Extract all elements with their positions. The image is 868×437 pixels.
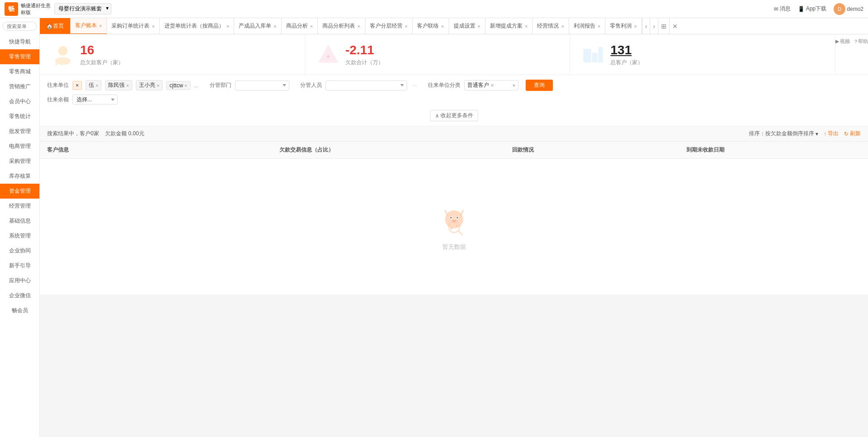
collapse-btn[interactable]: ∧ 收起更多条件 bbox=[430, 110, 478, 121]
filter-tag-2: 陈民强 × bbox=[105, 80, 132, 90]
tab-retail-profit[interactable]: 零售利润 × bbox=[605, 18, 642, 34]
tab-close-promotion-settings[interactable]: × bbox=[478, 24, 480, 29]
tab-inbound-stats[interactable]: 进货单统计表（按商品） × bbox=[160, 18, 234, 34]
collapse-row: ∧ 收起更多条件 bbox=[47, 108, 861, 123]
refresh-btn[interactable]: ↻ 刷新 bbox=[844, 130, 861, 138]
tab-customer-ledger[interactable]: 客户账本 × bbox=[71, 18, 107, 34]
logo-text: 畅捷通好生意 标版 bbox=[21, 2, 51, 15]
sidebar-item-batch-mgmt[interactable]: 批发管理 bbox=[0, 124, 39, 139]
sidebar-item-system-mgmt[interactable]: 系统管理 bbox=[0, 228, 39, 243]
stat-info-customers: 16 总欠款客户（家） bbox=[80, 43, 124, 66]
filter-tag-1-close[interactable]: × bbox=[96, 83, 98, 88]
message-btn[interactable]: ✉ 消息 bbox=[774, 5, 791, 13]
search-input[interactable] bbox=[3, 22, 37, 31]
filter-tag-4-close[interactable]: × bbox=[184, 83, 187, 88]
sidebar-item-app-center[interactable]: 应用中心 bbox=[0, 273, 39, 288]
sidebar-search-area bbox=[0, 18, 39, 34]
tab-promotion-settings[interactable]: 提成设置 × bbox=[449, 18, 485, 34]
sidebar-item-retail-mgmt[interactable]: 零售管理 bbox=[0, 49, 39, 64]
tab-customer-segment[interactable]: 客户分层经营 × bbox=[365, 18, 412, 34]
stat-value-arrears: -2.11 bbox=[345, 43, 384, 58]
content-area: 🏠 首页 客户账本 × 采购订单统计表 × 进货单统计表（按商品） × 产成品入… bbox=[40, 18, 868, 437]
query-button[interactable]: 查询 bbox=[526, 80, 553, 91]
tab-profit-report[interactable]: 利润报告 × bbox=[569, 18, 605, 34]
tab-home[interactable]: 🏠 首页 bbox=[40, 18, 71, 34]
sidebar-item-basic-info[interactable]: 基础信息 bbox=[0, 214, 39, 228]
video-btn[interactable]: ▶ 视频 bbox=[835, 38, 850, 45]
col-header-arrears-info: 欠款交易信息（占比） bbox=[279, 146, 512, 154]
tab-close-business-status[interactable]: × bbox=[561, 24, 564, 29]
tab-product-analysis[interactable]: 商品分析 × bbox=[282, 18, 318, 34]
unit-cat-close[interactable]: × bbox=[491, 82, 494, 89]
tab-close-customer-segment[interactable]: × bbox=[405, 24, 408, 29]
avatar: D bbox=[834, 3, 845, 15]
stat-icon-arrears: ✦ bbox=[317, 43, 340, 66]
filter-select-department[interactable] bbox=[235, 81, 289, 90]
tab-close-retail-profit[interactable]: × bbox=[634, 24, 637, 29]
tab-production-inbound[interactable]: 产成品入库单 × bbox=[234, 18, 281, 34]
sidebar-item-retail-stats[interactable]: 零售统计 bbox=[0, 109, 39, 124]
tab-nav-right[interactable]: › bbox=[650, 18, 658, 34]
tab-close-production-inbound[interactable]: × bbox=[273, 24, 276, 29]
tab-close-customer-connect[interactable]: × bbox=[441, 24, 444, 29]
sidebar-item-quick-nav[interactable]: 快捷导航 bbox=[0, 34, 39, 49]
table-section: 客户信息 欠款交易信息（占比） 回款情况 到期未收款日期 bbox=[40, 142, 868, 294]
tab-purchase-order-stats[interactable]: 采购订单统计表 × bbox=[107, 18, 159, 34]
filter-more-btn[interactable]: ... bbox=[194, 82, 199, 89]
filter-tag-all: × bbox=[72, 81, 82, 90]
main-layout: 快捷导航 零售管理 零售商城 营销推广 会员中心 零售统计 批发管理 电商管理 … bbox=[0, 18, 868, 437]
sidebar-item-inventory[interactable]: 库存核算 bbox=[0, 169, 39, 184]
tab-close-product-analysis-list[interactable]: × bbox=[357, 24, 360, 29]
tab-add-promotion[interactable]: 新增提成方案 × bbox=[485, 18, 532, 34]
tab-close-product-analysis[interactable]: × bbox=[310, 24, 313, 29]
sidebar-item-capital-mgmt[interactable]: 资金管理 bbox=[0, 184, 39, 199]
tab-product-analysis-list[interactable]: 商品分析列表 × bbox=[318, 18, 365, 34]
tab-close-customer-ledger[interactable]: × bbox=[99, 23, 102, 28]
tab-close-add-promotion[interactable]: × bbox=[525, 24, 528, 29]
filter-tag-2-close[interactable]: × bbox=[126, 83, 129, 88]
col-header-customer-info: 客户信息 bbox=[47, 146, 279, 154]
col-header-repayment: 回款情况 bbox=[512, 146, 686, 154]
svg-rect-6 bbox=[592, 52, 598, 62]
filter-select-balance[interactable]: 选择... bbox=[72, 95, 118, 104]
help-btn[interactable]: ? 帮助 bbox=[854, 38, 868, 45]
unit-cat-dropdown-icon: ▾ bbox=[513, 82, 515, 89]
sidebar-item-new-guide[interactable]: 新手引导 bbox=[0, 258, 39, 273]
filter-select-manager[interactable] bbox=[326, 81, 407, 90]
sidebar-item-enterprise-coop[interactable]: 企业协同 bbox=[0, 243, 39, 258]
tab-nav-left[interactable]: ‹ bbox=[642, 18, 650, 34]
tab-close-profit-report[interactable]: × bbox=[598, 24, 600, 29]
stats-section: ¥ 16 总欠款客户（家） ✦ bbox=[40, 34, 868, 75]
svg-text:¥: ¥ bbox=[55, 62, 58, 66]
tab-customer-connect[interactable]: 客户联络 × bbox=[412, 18, 449, 34]
svg-point-12 bbox=[456, 217, 458, 218]
col-header-due-date: 到期未收款日期 bbox=[686, 146, 861, 154]
sidebar-item-retail-mall[interactable]: 零售商城 bbox=[0, 64, 39, 79]
sidebar-item-ecommerce[interactable]: 电商管理 bbox=[0, 139, 39, 154]
account-dropdown[interactable]: 母婴行业演示账套 bbox=[54, 3, 111, 14]
tab-bar: 🏠 首页 客户账本 × 采购订单统计表 × 进货单统计表（按商品） × 产成品入… bbox=[40, 18, 868, 34]
svg-rect-7 bbox=[599, 47, 603, 62]
refresh-icon: ↻ bbox=[844, 131, 849, 137]
sidebar-item-operations[interactable]: 经营管理 bbox=[0, 199, 39, 214]
sidebar-item-member-center[interactable]: 会员中心 bbox=[0, 94, 39, 109]
filter-unit-category-field[interactable]: 普通客户 × ▾ bbox=[464, 80, 518, 90]
sort-btn[interactable]: 排序：按欠款金额倒序排序 ▾ bbox=[749, 130, 818, 138]
tab-close-inbound-stats[interactable]: × bbox=[226, 24, 229, 29]
tab-close-all-btn[interactable]: ✕ bbox=[669, 18, 681, 34]
tab-close-purchase-order-stats[interactable]: × bbox=[152, 24, 154, 29]
filter-tag-3-close[interactable]: × bbox=[157, 83, 159, 88]
svg-point-0 bbox=[58, 46, 68, 55]
stat-info-all-customers: 131 总客户（家） bbox=[610, 43, 643, 66]
tab-expand-btn[interactable]: ⊞ bbox=[658, 18, 669, 34]
sidebar-item-marketing[interactable]: 营销推广 bbox=[0, 79, 39, 94]
user-profile-btn[interactable]: D demo2 bbox=[834, 3, 863, 15]
stat-info-arrears: -2.11 欠款合计（万） bbox=[345, 43, 384, 66]
sidebar-item-enterprise-wechat[interactable]: 企业微信 bbox=[0, 288, 39, 303]
manager-more-btn[interactable]: ··· bbox=[412, 82, 417, 89]
export-btn[interactable]: ↑ 导出 bbox=[824, 130, 839, 138]
sidebar-item-purchase-mgmt[interactable]: 采购管理 bbox=[0, 154, 39, 169]
tab-business-status[interactable]: 经营情况 × bbox=[532, 18, 569, 34]
sidebar-item-vip-member[interactable]: 畅会员 bbox=[0, 303, 39, 318]
app-download-btn[interactable]: 📱 App下载 bbox=[798, 5, 826, 13]
